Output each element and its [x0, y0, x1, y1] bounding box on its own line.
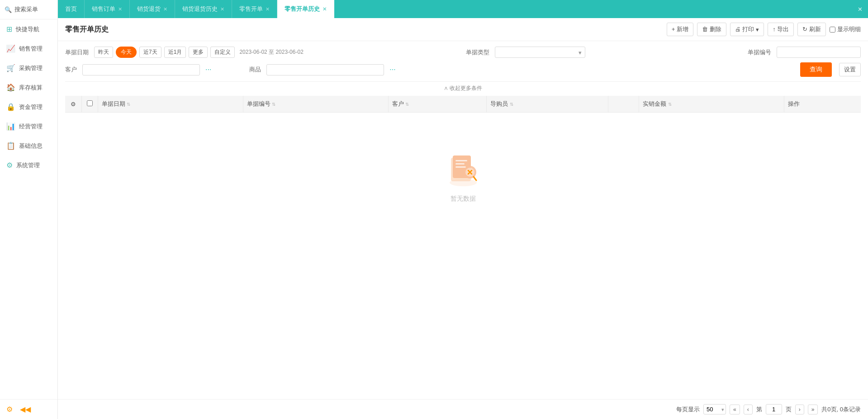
finance-icon: 🔒: [6, 103, 15, 111]
page-suffix: 页: [786, 405, 792, 414]
main-content: 首页 销售订单 ✕ 销货退货 ✕ 销货退货历史 ✕ 零售开单 ✕ 零售开单历史 …: [58, 0, 868, 419]
filter-row-customer: 客户 ··· 商品 ··· 查询 设置: [65, 62, 861, 77]
tab-retail-open[interactable]: 零售开单 ✕: [232, 0, 277, 18]
sidebar-item-label: 快捷导航: [16, 25, 39, 33]
display-detail-checkbox[interactable]: 显示明细: [830, 25, 861, 33]
display-detail-input[interactable]: [830, 27, 835, 33]
th-number[interactable]: 单据编号 ⇅: [243, 96, 388, 113]
sidebar-item-inventory[interactable]: 🏠 库存核算: [0, 78, 57, 97]
number-input[interactable]: [777, 47, 861, 58]
sidebar-item-system[interactable]: ⚙ 系统管理: [0, 155, 57, 175]
tab-sales-return[interactable]: 销货退货 ✕: [130, 0, 175, 18]
goods-dots-btn[interactable]: ···: [389, 66, 395, 74]
sidebar-search[interactable]: 🔍 搜索采单: [0, 0, 57, 19]
goods-input[interactable]: [266, 64, 384, 75]
th-checkbox[interactable]: [81, 96, 98, 113]
tab-retail-open-history-label: 零售开单历史: [285, 5, 320, 13]
type-select[interactable]: [495, 47, 585, 58]
table-header-row: ⚙ 单据日期 ⇅ 单据编号 ⇅: [65, 96, 861, 113]
export-button[interactable]: ↑ 导出: [768, 23, 794, 36]
next-page-btn[interactable]: ›: [795, 405, 804, 414]
settings-button[interactable]: 设置: [839, 63, 861, 76]
tab-retail-open-history[interactable]: 零售开单历史 ✕: [277, 0, 334, 18]
tab-retail-open-close[interactable]: ✕: [266, 6, 270, 12]
tab-retail-open-history-close[interactable]: ✕: [323, 6, 327, 12]
th-guide[interactable]: 导购员 ⇅: [487, 96, 608, 113]
date-7days-btn[interactable]: 近7天: [139, 47, 161, 58]
th-amount[interactable]: 实销金额 ⇅: [639, 96, 784, 113]
sidebar-item-sales-mgmt[interactable]: 📈 销售管理: [0, 39, 57, 58]
th-spacer: [608, 96, 639, 113]
empty-state: 暂无数据: [65, 113, 861, 239]
delete-button[interactable]: 🗑 删除: [697, 23, 726, 36]
customer-input[interactable]: [82, 64, 200, 75]
th-customer[interactable]: 客户 ⇅: [388, 96, 487, 113]
date-custom-btn[interactable]: 自定义: [210, 47, 235, 58]
svg-rect-4: [455, 163, 465, 165]
settings-bottom-icon[interactable]: ⚙: [6, 405, 13, 414]
basic-info-icon: 📋: [6, 141, 15, 150]
number-filter-label: 单据编号: [748, 48, 771, 56]
sidebar-item-label: 采购管理: [19, 64, 43, 72]
collapse-bar[interactable]: ∧ 收起更多条件: [65, 81, 861, 96]
sidebar-bottom: ⚙ ◀◀: [0, 399, 57, 419]
page-size-select[interactable]: 10 20 50 100: [703, 404, 726, 414]
filter-row-date: 单据日期 昨天 今天 近7天 近1月 更多 自定义 2023-06-02 至 2…: [65, 47, 861, 58]
tab-sales-return-history-label: 销货退货历史: [182, 5, 218, 13]
date-yesterday-btn[interactable]: 昨天: [94, 47, 113, 58]
sidebar-item-purchase-mgmt[interactable]: 🛒 采购管理: [0, 58, 57, 78]
window-close-icon[interactable]: ✕: [858, 6, 863, 13]
tab-sales-return-history-close[interactable]: ✕: [220, 6, 224, 12]
print-label: 🖨 打印: [735, 25, 754, 33]
refresh-button[interactable]: ↻ 刷新: [797, 23, 826, 36]
sidebar-item-operation[interactable]: 📊 经营管理: [0, 117, 57, 136]
prev-page-btn[interactable]: ‹: [744, 405, 753, 414]
svg-rect-3: [455, 160, 467, 161]
page-size-wrap: 10 20 50 100: [703, 404, 726, 414]
total-info: 共0页, 0条记录: [821, 405, 861, 414]
print-arrow-icon: ▾: [756, 26, 759, 33]
date-today-btn[interactable]: 今天: [116, 47, 137, 58]
customer-dots-btn[interactable]: ···: [205, 66, 211, 74]
collapse-sidebar-icon[interactable]: ◀◀: [20, 405, 31, 414]
add-button[interactable]: + 新增: [667, 23, 693, 36]
goods-filter-label: 商品: [249, 66, 261, 74]
date-month-btn[interactable]: 近1月: [164, 47, 186, 58]
sort-amount-icon: ⇅: [668, 102, 672, 107]
sidebar-item-quick-nav[interactable]: ⊞ 快捷导航: [0, 19, 57, 39]
sort-number-icon: ⇅: [272, 102, 275, 107]
th-action: 操作: [784, 96, 861, 113]
page-content: 零售开单历史 + 新增 🗑 删除 🖨 打印 ▾ ↑ 导出 ↻ 刷新 显示明细 单…: [58, 18, 868, 419]
query-button[interactable]: 查询: [800, 62, 832, 77]
sort-date-icon: ⇅: [127, 102, 130, 107]
sort-guide-icon: ⇅: [510, 102, 513, 107]
sidebar-item-finance[interactable]: 🔒 资金管理: [0, 97, 57, 117]
search-icon: 🔍: [5, 6, 12, 13]
th-date[interactable]: 单据日期 ⇅: [98, 96, 243, 113]
purchase-mgmt-icon: 🛒: [6, 64, 15, 72]
sidebar-item-label: 库存核算: [19, 84, 43, 92]
sidebar-item-label: 经营管理: [19, 122, 43, 131]
last-page-btn[interactable]: »: [808, 405, 818, 414]
tab-sales-return-history[interactable]: 销货退货历史 ✕: [175, 0, 232, 18]
tab-home-label: 首页: [65, 5, 77, 13]
print-button[interactable]: 🖨 打印 ▾: [730, 23, 764, 36]
tab-home[interactable]: 首页: [58, 0, 85, 18]
date-more-btn[interactable]: 更多: [189, 47, 208, 58]
select-all-checkbox[interactable]: [87, 100, 93, 106]
th-settings[interactable]: ⚙: [65, 96, 81, 113]
sidebar-search-label: 搜索采单: [14, 5, 38, 14]
current-page-input[interactable]: [766, 404, 782, 414]
pagination-bar: 每页显示 10 20 50 100 « ‹ 第 页 › » 共0页, 0条记录: [58, 399, 868, 419]
sort-customer-icon: ⇅: [405, 102, 409, 107]
tab-sales-order-close[interactable]: ✕: [118, 6, 122, 12]
collapse-label: ∧ 收起更多条件: [444, 85, 482, 91]
sidebar-item-basic-info[interactable]: 📋 基础信息: [0, 136, 57, 155]
empty-icon: [443, 149, 484, 189]
data-table: ⚙ 单据日期 ⇅ 单据编号 ⇅: [65, 96, 861, 239]
customer-filter-label: 客户: [65, 66, 77, 74]
first-page-btn[interactable]: «: [730, 405, 740, 414]
tab-sales-order[interactable]: 销售订单 ✕: [85, 0, 130, 18]
svg-rect-5: [455, 166, 466, 168]
tab-sales-return-close[interactable]: ✕: [163, 6, 167, 12]
